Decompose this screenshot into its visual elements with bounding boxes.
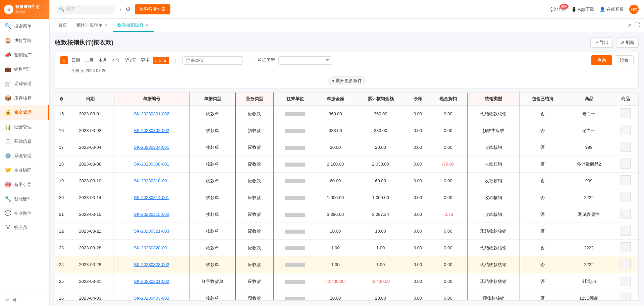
data-table: ⚙ 日期 单据编号 单据类型 业务类型 往来单位 单据金额 累计核销金额 余额 … [55, 93, 638, 301]
cell-cash-discount: 0.00 [429, 106, 467, 122]
cell-cancel-type: 现结收款核销 [467, 240, 520, 256]
close-window-btn[interactable]: ✕ [628, 22, 632, 28]
filter-date-this-month[interactable]: 本月 [97, 57, 108, 64]
cell-partner [274, 156, 316, 173]
gear-icon[interactable]: ⚙ [59, 97, 63, 102]
filter-date-last-month[interactable]: 上月 [84, 57, 95, 64]
cell-cancel-type: 收款核销 [467, 206, 520, 223]
doc-no-link[interactable]: SK-20230328-001 [134, 245, 169, 250]
filter-doc-type-select[interactable] [278, 56, 332, 65]
cell-goods: 2222 [565, 240, 613, 256]
header-dropdown-arrow[interactable]: ▾ [119, 7, 121, 12]
export-btn[interactable]: ↗ 导出 [590, 38, 613, 48]
cell-doc-type: 红字收款单 [190, 273, 235, 290]
doc-no-link[interactable]: SK-20230321-003 [134, 229, 169, 234]
sidebar-item-purchase[interactable]: 🛒 采购管理 [0, 76, 49, 91]
filter-settings-btn[interactable]: 设置 [615, 55, 634, 65]
sidebar-collapse-btn[interactable]: ◀ [12, 296, 16, 303]
sidebar-item-label: 快捷导航 [14, 38, 32, 44]
filter-date-more[interactable]: 更多 [140, 57, 151, 64]
sidebar-item-system[interactable]: ⚙️ 系统管理 [0, 148, 49, 163]
user-avatar[interactable]: Rit [629, 5, 639, 14]
refresh-btn[interactable]: ↺ 刷新 [616, 38, 639, 48]
sidebar-item-basic[interactable]: 📋 基础信息 [0, 134, 49, 148]
cell-doc-type: 收款单 [190, 106, 235, 122]
tab-receivable-label: 收款核销执行 [117, 22, 144, 28]
cell-seq: 16 [55, 122, 67, 139]
sidebar-item-marketing[interactable]: 📣 营销推广 [0, 48, 49, 62]
cell-biz-type: 应收款 [235, 173, 274, 189]
cell-seq: 17 [55, 139, 67, 156]
tab-home[interactable]: 首页 [54, 19, 72, 32]
online-service-btn[interactable]: 👤 在线客服 [600, 6, 624, 12]
filter-date-custom[interactable]: 自定义 [153, 57, 169, 64]
cell-goods2 [613, 122, 638, 139]
cell-partner [274, 223, 316, 240]
logo-title: 畅康道好生意 [15, 4, 40, 10]
marketing-icon: 📣 [5, 52, 11, 58]
cell-balance: 0.00 [406, 273, 429, 290]
sidebar-item-inventory[interactable]: 📦 库存核算 [0, 91, 49, 105]
sidebar-item-enterprise[interactable]: 🤝 企业协同 [0, 163, 49, 177]
cell-goods2 [613, 290, 638, 301]
doc-no-link[interactable]: SK-20230328-002 [134, 262, 169, 267]
filter-query-btn[interactable]: 查询 [591, 55, 612, 65]
sidebar-settings-btn[interactable]: ⚙ [5, 296, 9, 303]
cell-cumulative: 20.00 [355, 139, 407, 156]
member-icon: V [5, 225, 11, 231]
doc-no-link[interactable]: SK-20230304-001 [134, 145, 169, 150]
sidebar-item-finance[interactable]: 💰 资金管理 [0, 105, 49, 120]
th-cancel-type: 核销类型 [467, 93, 520, 106]
header-search-box[interactable]: 🔍 搜索 [55, 5, 115, 14]
cell-seq: 24 [55, 256, 67, 273]
cell-doc-type: 收款单 [190, 139, 235, 156]
app-download-btn[interactable]: 📱 App下载 [571, 6, 594, 12]
cell-doc-type: 收款单 [190, 256, 235, 273]
tab-receivable-exec[interactable]: 收款核销执行 ✕ [113, 19, 154, 32]
cell-date: 2023-03-08 [67, 156, 113, 173]
cell-cumulative: -2,430.00 [355, 273, 407, 290]
sidebar-item-quick-nav[interactable]: 🏠 快捷导航 [0, 33, 49, 48]
cell-seq: 22 [55, 223, 67, 240]
sidebar-item-sales[interactable]: 💼 销售管理 [0, 62, 49, 76]
sidebar-item-hardware[interactable]: 🔧 智能硬件 [0, 192, 49, 206]
sidebar-item-label: 搜索菜单 [14, 23, 32, 29]
cell-doc-amount: 1.00 [316, 240, 355, 256]
maximize-window-btn[interactable]: ⛶ [635, 22, 640, 28]
doc-no-link[interactable]: SK-20230314-001 [134, 195, 169, 200]
industry-btn[interactable]: 体验行业方案 [135, 4, 170, 14]
doc-no-link[interactable]: SK-20230310-001 [134, 178, 169, 183]
th-date: 日期 [67, 93, 113, 106]
notification-btn[interactable]: 💬 消息 99+ [550, 6, 566, 12]
sidebar-item-guide[interactable]: 🎯 新手引导 [0, 177, 49, 192]
tab-payable[interactable]: 预计冲应付单 ✕ [72, 19, 113, 32]
filter-expand-btn[interactable]: » [60, 56, 68, 64]
filter-date-this-year[interactable]: 本年 [110, 57, 122, 64]
filter-partner-input[interactable] [182, 56, 243, 65]
table-row: 26 2023-04-03 SK-20230403-002 收款单 预收款 20… [55, 290, 638, 301]
cell-doc-amount: 20.00 [316, 290, 355, 301]
th-goods: 商品 [565, 93, 613, 106]
expand-more-btn[interactable]: ▾ 展开更多条件 [328, 76, 366, 85]
doc-no-link[interactable]: SK-20230331-002 [134, 279, 169, 284]
sidebar-item-wechat[interactable]: 💬 企业微信 [0, 206, 49, 221]
sidebar-item-operations[interactable]: 📊 经营管理 [0, 120, 49, 134]
doc-no-link[interactable]: SK-20230301-002 [134, 111, 169, 116]
doc-no-link[interactable]: SK-20230308-001 [134, 162, 169, 167]
tab-payable-close[interactable]: ✕ [105, 23, 108, 27]
app-icon: 📱 [571, 7, 577, 12]
filter-date-7days[interactable]: 近7天 [124, 57, 138, 64]
header-gear-icon[interactable]: ⚙ [125, 6, 131, 13]
tab-receivable-close[interactable]: ✕ [146, 23, 149, 27]
cell-doc-amount: 10.00 [316, 223, 355, 240]
sidebar-item-member[interactable]: V 畅会员 [0, 221, 49, 235]
filter-expand-row: ▾ 展开更多条件 [60, 76, 634, 85]
cell-goods: 老白干 [565, 122, 613, 139]
sidebar-item-search[interactable]: 🔍 搜索菜单 [0, 19, 49, 33]
table-body: 15 2023-03-01 SK-20230301-002 收款单 应收款 36… [55, 106, 638, 301]
doc-no-link[interactable]: SK-20230403-002 [134, 296, 169, 301]
doc-no-link[interactable]: SK-20230302-002 [134, 128, 169, 133]
cell-doc-no: SK-20230304-001 [113, 139, 190, 156]
doc-no-link[interactable]: SK-20230315-002 [134, 212, 169, 217]
sidebar-item-label: 资金管理 [14, 110, 32, 116]
